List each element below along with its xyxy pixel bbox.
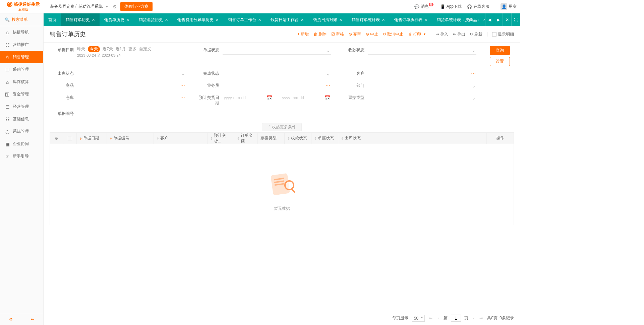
collapse-filters[interactable]: ⌃ 收起更多条件 bbox=[44, 122, 520, 132]
preset-yesterday[interactable]: 昨天 bbox=[77, 46, 85, 52]
tab-7[interactable]: 销售订单统计表✕ bbox=[347, 13, 390, 26]
gear-icon[interactable]: ⚙ bbox=[113, 4, 117, 9]
close-icon[interactable]: ✕ bbox=[483, 18, 485, 22]
settings-button[interactable]: 设置 bbox=[490, 57, 510, 66]
industry-plan-button[interactable]: 体验行业方案 bbox=[120, 2, 153, 11]
close-icon[interactable]: ✕ bbox=[339, 18, 342, 22]
system-selector[interactable]: 装备及固定资产辅助管理系统 ▼ bbox=[50, 4, 109, 9]
code-input[interactable] bbox=[77, 110, 186, 118]
finish-status-select[interactable] bbox=[223, 69, 331, 78]
tabs-scroll-right[interactable]: ▶ bbox=[494, 13, 503, 26]
th-date[interactable]: ▲▼单据日期 bbox=[77, 133, 107, 144]
delete-button[interactable]: 🗑删除 bbox=[313, 31, 327, 37]
user-menu[interactable]: 👤 用友 bbox=[501, 3, 517, 10]
more-icon[interactable]: ⋯ bbox=[180, 95, 185, 101]
sidebar-item-4[interactable]: ⌂库存核算 bbox=[0, 76, 43, 88]
more-icon[interactable]: ⋯ bbox=[471, 71, 476, 76]
product-input[interactable] bbox=[77, 81, 186, 90]
tabs-scroll-left[interactable]: ◀ bbox=[485, 13, 494, 26]
online-service-link[interactable]: 🎧 在线客服 bbox=[467, 4, 489, 9]
page-input[interactable] bbox=[451, 315, 461, 322]
page-next[interactable]: › bbox=[472, 316, 475, 321]
tabs-fullscreen[interactable]: ⛶ bbox=[511, 13, 520, 26]
tab-home[interactable]: 首页 bbox=[44, 13, 61, 26]
th-amount[interactable]: ▲▼订单金额 bbox=[234, 133, 258, 144]
refresh-button[interactable]: ⟳刷新 bbox=[470, 31, 482, 37]
page-prev[interactable]: ‹ bbox=[437, 316, 440, 321]
tab-3[interactable]: 销售费用分摊单历史✕ bbox=[173, 13, 223, 26]
sidebar-item-8[interactable]: ◌系统管理 bbox=[0, 125, 43, 138]
close-icon[interactable]: ✕ bbox=[382, 18, 385, 22]
pay-status-select[interactable] bbox=[368, 46, 476, 55]
th-pay[interactable]: ▲▼收款状态 bbox=[285, 133, 311, 144]
th-out[interactable]: ▲▼出库状态 bbox=[338, 133, 487, 144]
tab-9[interactable]: 销货单统计表（按商品）✕ bbox=[432, 13, 485, 26]
expect-date-to[interactable] bbox=[281, 93, 331, 102]
new-button[interactable]: +新增 bbox=[297, 31, 309, 37]
th-settings[interactable]: ⚙ bbox=[50, 133, 63, 144]
abandon-button[interactable]: ⊘弃审 bbox=[349, 31, 361, 37]
per-page-select[interactable]: 50 ▼ bbox=[412, 315, 425, 322]
print-button[interactable]: 🖨打印▼ bbox=[408, 31, 426, 37]
customer-input[interactable] bbox=[368, 69, 476, 78]
collapse-sidebar-icon[interactable]: ⇤ bbox=[31, 317, 34, 322]
sidebar-item-1[interactable]: ☷营销推广 bbox=[0, 39, 43, 51]
audit-button[interactable]: ☑审核 bbox=[331, 31, 344, 37]
sidebar-item-7[interactable]: ☷基础信息 bbox=[0, 113, 43, 125]
tabs-close-all[interactable]: ✕ bbox=[503, 13, 511, 26]
tab-0[interactable]: 销售订单历史✕ bbox=[61, 13, 100, 26]
sidebar-item-6[interactable]: ☰经营管理 bbox=[0, 101, 43, 113]
close-icon[interactable]: ✕ bbox=[92, 18, 95, 22]
close-icon[interactable]: ✕ bbox=[216, 18, 219, 22]
close-icon[interactable]: ✕ bbox=[165, 18, 168, 22]
th-deliver[interactable]: ▲▼预计交货... bbox=[208, 133, 234, 144]
messages-link[interactable]: 💬 消息 6 bbox=[414, 4, 435, 9]
preset-today[interactable]: 今天 bbox=[88, 46, 100, 52]
more-icon[interactable]: ⋯ bbox=[326, 83, 330, 88]
search-menu[interactable]: 🔍 搜索菜单 bbox=[0, 13, 43, 26]
show-detail-toggle[interactable]: 显示明细 bbox=[492, 31, 514, 37]
query-button[interactable]: 查询 bbox=[490, 46, 510, 55]
close-icon[interactable]: ✕ bbox=[301, 18, 304, 22]
salesman-input[interactable] bbox=[223, 81, 331, 90]
close-icon[interactable]: ✕ bbox=[258, 18, 261, 22]
close-icon[interactable]: ✕ bbox=[424, 18, 427, 22]
app-download-link[interactable]: 📱 App下载 bbox=[440, 4, 462, 9]
th-customer[interactable]: ▲▼客户 bbox=[154, 133, 208, 144]
preset-more[interactable]: 更多 bbox=[128, 46, 136, 52]
calendar-icon[interactable]: 📅 bbox=[325, 95, 330, 101]
tab-1[interactable]: 销货单历史✕ bbox=[100, 13, 134, 26]
sidebar-item-2[interactable]: ⎙销售管理 bbox=[0, 51, 43, 63]
preset-month[interactable]: 近1月 bbox=[116, 46, 126, 52]
stop-button[interactable]: ⊖中止 bbox=[366, 31, 378, 37]
expect-date-from[interactable] bbox=[223, 93, 273, 102]
th-ticket[interactable]: 票据类型 bbox=[258, 133, 285, 144]
tab-5[interactable]: 钱货日清工作台✕ bbox=[266, 13, 308, 26]
tab-8[interactable]: 销售订单执行表✕ bbox=[390, 13, 432, 26]
more-icon[interactable]: ⋯ bbox=[180, 83, 185, 88]
ticket-type-select[interactable] bbox=[368, 93, 476, 102]
th-code[interactable]: ▲▼单据编号 bbox=[107, 133, 154, 144]
close-icon[interactable]: ✕ bbox=[126, 18, 129, 22]
sidebar-item-10[interactable]: ☞新手引导 bbox=[0, 150, 43, 162]
calendar-icon[interactable]: 📅 bbox=[267, 95, 272, 101]
status-select[interactable] bbox=[223, 46, 331, 55]
tab-6[interactable]: 钱货日清对账✕ bbox=[308, 13, 347, 26]
settings-icon[interactable]: ⚙ bbox=[9, 317, 13, 322]
sidebar-item-3[interactable]: ☐采购管理 bbox=[0, 63, 43, 76]
sidebar-item-5[interactable]: ⚿资金管理 bbox=[0, 88, 43, 101]
tab-2[interactable]: 销货退货历史✕ bbox=[134, 13, 173, 26]
page-first[interactable]: ⇤ bbox=[428, 316, 433, 321]
tab-4[interactable]: 销售订单工作台✕ bbox=[223, 13, 266, 26]
th-checkbox[interactable] bbox=[63, 133, 77, 144]
import-button[interactable]: ⇥导入 bbox=[436, 31, 448, 37]
sidebar-item-9[interactable]: ▣企业协同 bbox=[0, 138, 43, 150]
preset-week[interactable]: 近7天 bbox=[103, 46, 113, 52]
warehouse-input[interactable] bbox=[77, 93, 186, 102]
sidebar-item-0[interactable]: ⌂快捷导航 bbox=[0, 26, 43, 39]
unstop-button[interactable]: ↺取消中止 bbox=[383, 31, 403, 37]
page-last[interactable]: ⇥ bbox=[478, 316, 484, 321]
th-status[interactable]: ▲▼单据状态 bbox=[311, 133, 338, 144]
out-status-select[interactable] bbox=[77, 69, 186, 78]
dept-select[interactable] bbox=[368, 81, 476, 90]
